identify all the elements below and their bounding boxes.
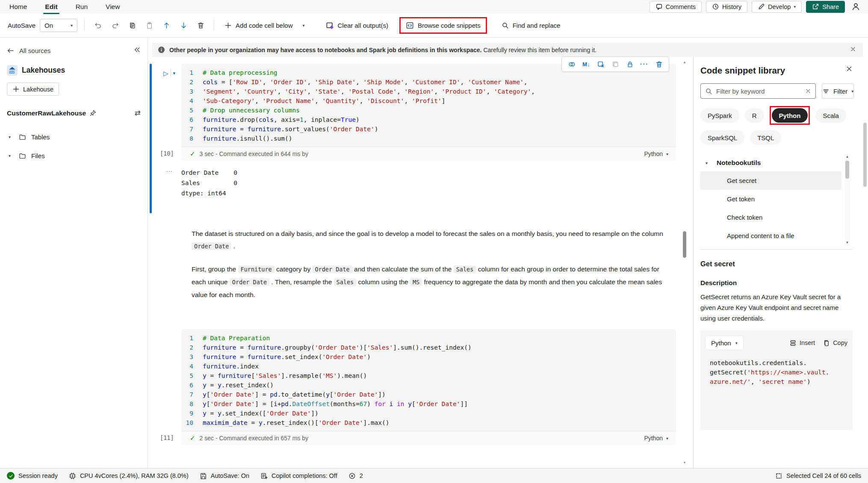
insert-snippet-button[interactable]: Insert — [789, 339, 815, 347]
cell-output: ⋯ Order Date 0 Sales 0 dtype: int64 — [157, 168, 693, 198]
panel-divider — [700, 249, 853, 250]
arrow-left-icon[interactable] — [7, 47, 14, 54]
scroll-up-arrow[interactable]: ▲ — [844, 155, 850, 159]
account-button[interactable] — [849, 0, 862, 13]
scrollbar-thumb[interactable] — [845, 161, 849, 179]
redo-button[interactable] — [109, 19, 121, 32]
scroll-down-arrow[interactable]: ▼ — [844, 241, 850, 244]
history-button[interactable]: History — [706, 1, 747, 13]
duplicate-cell-button[interactable] — [609, 58, 622, 70]
copilot-completions-status[interactable]: Copilot completions: Off — [260, 472, 337, 480]
delete-cell-button[interactable] — [194, 19, 207, 32]
copilot-completions-label: Copilot completions: Off — [272, 472, 337, 479]
find-and-replace-button[interactable]: Find and replace — [498, 19, 564, 32]
cell-language-selector[interactable]: Python ▾ — [644, 150, 668, 157]
snippet-item-get-secret[interactable]: Get secret — [700, 171, 841, 190]
banner-close-button[interactable] — [850, 46, 856, 53]
snippet-item-check-token[interactable]: Check token — [700, 208, 841, 227]
autosave-status[interactable]: AutoSave: On — [200, 472, 249, 480]
chip-sparksql[interactable]: SparkSQL — [700, 130, 744, 145]
snippet-item-get-token[interactable]: Get token — [700, 190, 841, 208]
menu-tab-home[interactable]: Home — [9, 1, 28, 12]
scrollbar-thumb[interactable] — [863, 123, 867, 187]
move-cell-up-button[interactable] — [160, 19, 173, 32]
snippet-language-dropdown[interactable]: Python ▾ — [706, 336, 743, 350]
move-cell-down-button[interactable] — [177, 19, 190, 32]
more-options-button[interactable]: ··· — [638, 58, 651, 70]
inline-code-chip: Order Date — [192, 242, 231, 250]
lock-cell-button[interactable] — [623, 58, 636, 70]
clear-cell-output-button[interactable] — [594, 58, 607, 70]
resource-usage[interactable]: CPU 4vCores (2.4%), RAM 32G (8.0%) — [69, 472, 189, 480]
panel-scrollbar[interactable] — [863, 63, 867, 464]
all-sources-link[interactable]: All sources — [19, 47, 50, 54]
undo-button[interactable] — [92, 19, 104, 32]
chip-scala[interactable]: Scala — [815, 108, 846, 123]
clear-all-outputs-button[interactable]: Clear all output(s) — [322, 19, 392, 32]
lakehouse-name[interactable]: CustomerRawLakehouse — [7, 109, 86, 117]
paste-button[interactable] — [143, 19, 156, 32]
comment-icon — [655, 3, 663, 10]
code-line: 1# Data Preparation — [185, 333, 670, 343]
clear-all-outputs-label: Clear all output(s) — [338, 22, 388, 29]
code-editor[interactable]: 1# Data preprocessing2cols = ['Row ID', … — [181, 64, 676, 147]
cell-language-selector[interactable]: Python ▾ — [644, 435, 668, 442]
error-count[interactable]: 2 — [348, 472, 363, 480]
chevron-down-icon: ▾ — [9, 135, 14, 139]
copy-snippet-button[interactable]: Copy — [823, 339, 847, 347]
code-editor[interactable]: 1# Data Preparation2furniture = furnitur… — [181, 329, 676, 431]
status-bar: Session ready CPU 4vCores (2.4%), RAM 32… — [0, 468, 868, 483]
output-more-icon[interactable]: ⋯ — [157, 168, 181, 198]
sidebar-item-tables[interactable]: ▾ Tables — [7, 129, 141, 145]
browse-code-snippets-button-highlighted[interactable]: Browse code snippets — [399, 17, 487, 34]
sidebar-item-files[interactable]: ▾ Files — [7, 147, 141, 164]
files-label: Files — [31, 152, 45, 159]
chip-tsql[interactable]: TSQL — [750, 130, 781, 145]
menu-tab-run[interactable]: Run — [75, 1, 89, 12]
swap-lakehouse-icon[interactable]: ⇄ — [135, 109, 141, 118]
snippet-group-notebookutils[interactable]: ▾ Notebookutils — [700, 154, 841, 171]
scroll-down-arrow[interactable]: ▼ — [682, 461, 687, 465]
find-and-replace-label: Find and replace — [513, 22, 561, 29]
copy-button[interactable] — [126, 19, 139, 32]
copilot-cell-button[interactable] — [565, 58, 578, 70]
lakehouse-icon — [7, 65, 18, 76]
panel-close-button[interactable] — [846, 65, 853, 74]
add-code-cell-button[interactable]: Add code cell below ▾ — [221, 19, 308, 32]
chip-r[interactable]: R — [745, 108, 764, 123]
scrollbar-thumb[interactable] — [683, 231, 686, 258]
filter-button[interactable]: Filter ▾ — [822, 83, 854, 99]
snippet-list-scrollbar[interactable]: ▲ ▼ — [844, 154, 850, 245]
fabric-notebook-app: Home Edit Run View Comments History Deve… — [0, 0, 868, 483]
markdown-cell[interactable]: The dataset is structured on a daily bas… — [192, 227, 667, 301]
collapse-sidebar-button[interactable] — [133, 46, 141, 55]
session-status[interactable]: Session ready — [7, 472, 58, 480]
menu-tab-view[interactable]: View — [105, 1, 121, 12]
cell-card: M↓ ··· 1# Data preprocessing2cols = ['Ro… — [181, 64, 676, 161]
chip-python[interactable]: Python — [772, 108, 808, 123]
chip-pyspark[interactable]: PySpark — [700, 108, 739, 123]
notebook-scrollbar[interactable]: ▲ ▼ — [682, 60, 687, 465]
run-cell-button[interactable]: ▷ — [163, 70, 168, 77]
snippet-item-append-content[interactable]: Append content to a file — [700, 227, 841, 245]
session-ready-icon — [7, 472, 15, 480]
pin-icon[interactable] — [89, 109, 97, 117]
snippet-filter-input[interactable] — [716, 88, 801, 95]
clear-filter-icon[interactable] — [805, 88, 811, 94]
copy-icon — [823, 339, 830, 347]
snippet-code[interactable]: notebookutils.credentials.getSecret('htt… — [706, 358, 847, 386]
collapse-cell-icon[interactable]: ▾ — [173, 71, 176, 76]
code-cell-1[interactable]: ▷ ▾ [10] M↓ — [157, 64, 676, 161]
copy-label: Copy — [833, 339, 847, 346]
redo-icon — [112, 22, 119, 29]
menu-tab-edit[interactable]: Edit — [44, 1, 58, 12]
autosave-dropdown[interactable]: On ▾ — [40, 19, 77, 32]
add-lakehouse-button[interactable]: Lakehouse — [7, 82, 59, 96]
develop-dropdown[interactable]: Develop ▾ — [752, 1, 802, 13]
comments-button[interactable]: Comments — [650, 1, 702, 13]
scroll-up-arrow[interactable]: ▲ — [682, 60, 687, 64]
code-cell-2[interactable]: [11] 1# Data Preparation2furniture = fur… — [157, 329, 676, 445]
share-button[interactable]: Share — [806, 1, 845, 13]
delete-cell-button[interactable] — [652, 58, 665, 70]
convert-to-markdown-button[interactable]: M↓ — [580, 58, 593, 70]
